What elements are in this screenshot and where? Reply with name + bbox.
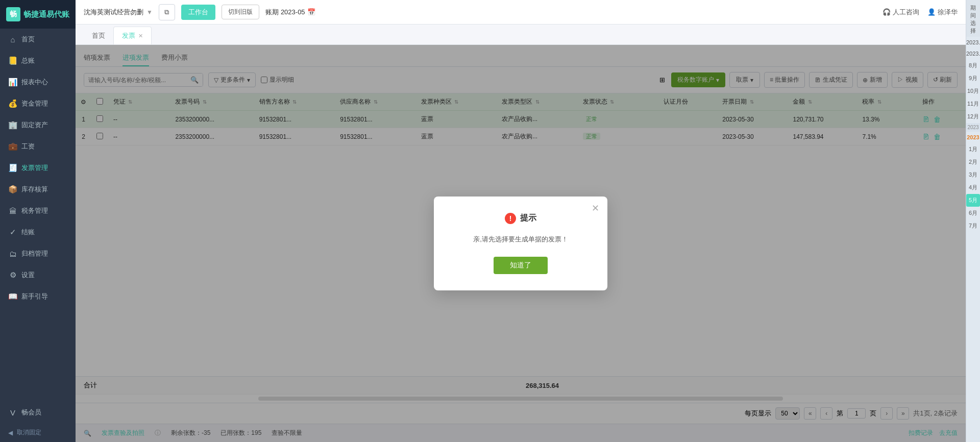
sidebar-item-assets[interactable]: 🏢 固定资产 [0, 114, 76, 136]
sidebar-item-ledger-label: 总账 [21, 56, 35, 65]
member-icon: V [8, 408, 17, 417]
sidebar-item-home-label: 首页 [21, 35, 35, 44]
period-month-9[interactable]: 9月 [966, 72, 980, 85]
sidebar-item-invoice-label: 发票管理 [21, 163, 48, 173]
period-year-label[interactable]: 2023 [966, 132, 980, 143]
period-value: 2023-05 [281, 8, 305, 16]
sidebar-item-tax[interactable]: 🏛 税务管理 [0, 200, 76, 222]
sidebar-item-member[interactable]: V 畅会员 [0, 402, 76, 423]
period-month-2023-05b[interactable]: 2023.05 [966, 48, 980, 59]
period-month-11[interactable]: 11月 [966, 97, 980, 110]
settle-icon: ✓ [8, 228, 17, 237]
company-selector[interactable]: 沈海英测试经营勿删 ▼ [84, 8, 153, 17]
sidebar-item-invoice[interactable]: 🧾 发票管理 [0, 157, 76, 179]
settings-icon: ⚙ [8, 271, 17, 280]
user-name: 徐泽华 [938, 8, 958, 17]
pin-label: 取消固定 [17, 428, 41, 437]
company-arrow-icon: ▼ [146, 9, 153, 16]
sidebar-item-reports[interactable]: 📊 报表中心 [0, 71, 76, 93]
modal-close-button[interactable]: ✕ [592, 203, 599, 214]
sidebar-item-archive-label: 归档管理 [21, 249, 48, 258]
home-icon: ⌂ [8, 35, 17, 44]
sidebar-item-settle[interactable]: ✓ 结账 [0, 222, 76, 243]
reports-icon: 📊 [8, 78, 17, 87]
sidebar-item-inventory[interactable]: 📦 库存核算 [0, 179, 76, 200]
period-month-8[interactable]: 8月 [966, 59, 980, 72]
sidebar-item-settle-label: 结账 [21, 228, 35, 237]
funds-icon: 💰 [8, 99, 17, 108]
workspace-button[interactable]: 工作台 [181, 5, 215, 20]
period-selector-panel: 期间选择 2023.05 2023.05 8月 9月 10月 11月 12月 2… [966, 0, 980, 442]
switch-version-button[interactable]: 切到旧版 [222, 5, 259, 19]
period-label: 账期 [265, 8, 279, 17]
period-month-2023-05a[interactable]: 2023.05 [966, 37, 980, 48]
period-month-2[interactable]: 2月 [966, 156, 980, 168]
salary-icon: 💼 [8, 142, 17, 151]
sidebar-item-guide-label: 新手引导 [21, 292, 48, 301]
modal-overlay: ✕ ! 提示 亲,请先选择要生成单据的发票！ 知道了 [76, 45, 966, 442]
modal-title: 提示 [520, 213, 536, 224]
sidebar: 畅 畅捷通易代账 ⌂ 首页 📒 总账 📊 报表中心 💰 资金管理 🏢 固定资产 … [0, 0, 76, 442]
period-month-6[interactable]: 6月 [966, 207, 980, 219]
tab-home-label: 首页 [92, 31, 105, 40]
tab-home[interactable]: 首页 [84, 27, 113, 44]
sidebar-item-archive[interactable]: 🗂 归档管理 [0, 243, 76, 264]
modal-warn-icon: ! [505, 213, 516, 224]
assets-icon: 🏢 [8, 120, 17, 130]
pin-icon: ◀ [8, 429, 13, 436]
period-month-10[interactable]: 10月 [966, 85, 980, 97]
period-month-3[interactable]: 3月 [966, 168, 980, 181]
sidebar-item-tax-label: 税务管理 [21, 206, 48, 215]
sidebar-item-salary[interactable]: 💼 工资 [0, 136, 76, 157]
sidebar-item-settings[interactable]: ⚙ 设置 [0, 264, 76, 286]
modal-message: 亲,请先选择要生成单据的发票！ [454, 234, 587, 245]
app-logo: 畅 畅捷通易代账 [0, 0, 76, 29]
tab-invoice[interactable]: 发票 ✕ [113, 27, 152, 44]
sidebar-item-settings-label: 设置 [21, 271, 35, 280]
tab-invoice-label: 发票 [122, 31, 135, 40]
service-label: 人工咨询 [893, 8, 919, 17]
page-content: 销项发票 进项发票 费用小票 🔍 ▽ 更多条件 ▾ [76, 45, 966, 442]
topbar: 沈海英测试经营勿删 ▼ ⧉ 工作台 切到旧版 账期 2023-05 📅 🎧 人工… [76, 0, 966, 24]
sidebar-item-inventory-label: 库存核算 [21, 185, 48, 194]
company-action-icon[interactable]: ⧉ [159, 4, 175, 20]
sidebar-item-assets-label: 固定资产 [21, 120, 48, 130]
headset-icon: 🎧 [883, 8, 891, 16]
tab-close-icon[interactable]: ✕ [138, 33, 143, 39]
logo-icon: 畅 [6, 7, 20, 21]
company-name: 沈海英测试经营勿删 [84, 8, 143, 17]
period-month-7[interactable]: 7月 [966, 219, 980, 232]
period-month-1[interactable]: 1月 [966, 143, 980, 156]
main-content: 沈海英测试经营勿删 ▼ ⧉ 工作台 切到旧版 账期 2023-05 📅 🎧 人工… [76, 0, 966, 442]
guide-icon: 📖 [8, 292, 17, 301]
period-year-2023: 2023 [966, 123, 980, 132]
sidebar-item-guide[interactable]: 📖 新手引导 [0, 286, 76, 307]
calendar-icon: 📅 [307, 8, 315, 16]
sidebar-pin-btn[interactable]: ◀ 取消固定 [0, 423, 76, 442]
sidebar-bottom: V 畅会员 ◀ 取消固定 [0, 402, 76, 442]
inventory-icon: 📦 [8, 185, 17, 194]
service-button[interactable]: 🎧 人工咨询 [883, 8, 919, 17]
modal-confirm-button[interactable]: 知道了 [494, 257, 548, 274]
ledger-icon: 📒 [8, 56, 17, 65]
period-month-12[interactable]: 12月 [966, 110, 980, 123]
sidebar-item-reports-label: 报表中心 [21, 78, 48, 87]
modal-title-row: ! 提示 [454, 213, 587, 224]
user-menu[interactable]: 👤 徐泽华 [927, 8, 958, 17]
period-month-5[interactable]: 5月 [966, 194, 980, 207]
topbar-right: 🎧 人工咨询 👤 徐泽华 [883, 8, 958, 17]
sidebar-item-funds-label: 资金管理 [21, 99, 48, 108]
user-icon: 👤 [927, 8, 936, 16]
period-display: 账期 2023-05 📅 [265, 8, 315, 17]
period-selector-title: 期间选择 [966, 0, 980, 37]
sidebar-item-home[interactable]: ⌂ 首页 [0, 29, 76, 50]
invoice-icon: 🧾 [8, 163, 17, 173]
sidebar-item-member-label: 畅会员 [21, 408, 41, 417]
sidebar-item-funds[interactable]: 💰 资金管理 [0, 93, 76, 114]
modal-dialog: ✕ ! 提示 亲,请先选择要生成单据的发票！ 知道了 [434, 197, 607, 291]
period-month-4[interactable]: 4月 [966, 181, 980, 194]
copy-icon: ⧉ [164, 8, 169, 16]
sidebar-item-ledger[interactable]: 📒 总账 [0, 50, 76, 71]
archive-icon: 🗂 [8, 250, 17, 258]
app-name: 畅捷通易代账 [23, 10, 69, 19]
